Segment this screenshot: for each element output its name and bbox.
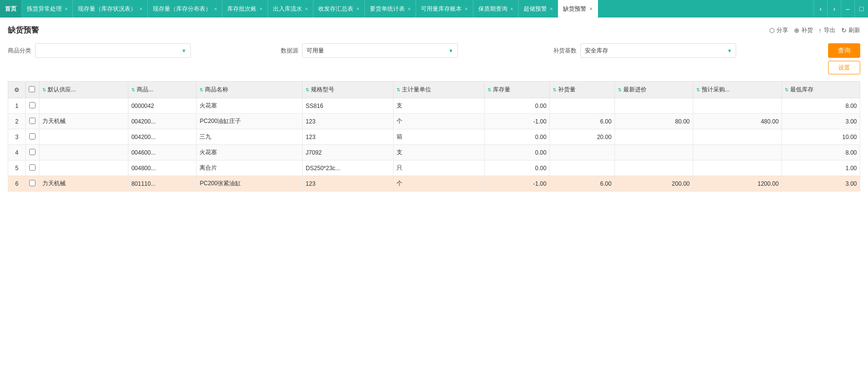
tab-available[interactable]: 可用量库存账本 × xyxy=(416,0,473,18)
tab-shortage-close[interactable]: × xyxy=(589,6,592,12)
export-label: 导出 xyxy=(824,26,835,35)
row-checkbox[interactable] xyxy=(29,180,36,186)
row-checkbox-cell xyxy=(26,145,39,160)
row-est-purchase xyxy=(693,160,782,176)
refresh-button[interactable]: ↻ 刷新 xyxy=(841,26,860,35)
row-number: 5 xyxy=(8,160,26,176)
sort-min-icon[interactable]: ⇅ xyxy=(785,88,789,92)
col-spec: ⇅ 规格型号 xyxy=(303,82,394,98)
share-button[interactable]: ⬡ 分享 xyxy=(769,26,788,35)
row-latest-price: 80.00 xyxy=(615,114,693,129)
row-latest-price xyxy=(615,145,693,160)
tab-stock1-close[interactable]: × xyxy=(139,6,142,12)
tab-shortage[interactable]: 缺货预警 × xyxy=(558,0,597,18)
row-checkbox[interactable] xyxy=(29,102,36,108)
tab-overstock-close[interactable]: × xyxy=(550,6,553,12)
sort-supplier-icon[interactable]: ⇅ xyxy=(42,88,46,92)
row-supplier xyxy=(39,145,128,160)
row-number: 2 xyxy=(8,114,26,129)
tab-next-button[interactable]: › xyxy=(827,0,841,18)
row-min-stock: 3.00 xyxy=(782,114,860,129)
tab-available-close[interactable]: × xyxy=(465,6,468,12)
tab-pick-close[interactable]: × xyxy=(65,6,68,12)
row-product-name: 三九 xyxy=(197,129,303,145)
replenish-button[interactable]: ⊕ 补货 xyxy=(794,26,813,35)
row-replenish-qty: 6.00 xyxy=(550,114,615,129)
category-select[interactable]: ▼ xyxy=(35,43,191,58)
page-title: 缺货预警 xyxy=(8,25,39,35)
tab-stock2-close[interactable]: × xyxy=(214,6,217,12)
tab-summary[interactable]: 收发存汇总表 × xyxy=(313,0,364,18)
table-row: 2 力天机械 004200... PC200油缸庄子 123 个 -1.00 6… xyxy=(8,114,860,129)
col-min-stock: ⇅ 最低库存 xyxy=(782,82,860,98)
refresh-icon: ↻ xyxy=(841,27,847,34)
row-checkbox[interactable] xyxy=(29,118,36,124)
row-stock-qty: -1.00 xyxy=(485,176,550,192)
tab-maximize-button[interactable]: □ xyxy=(854,0,868,18)
tab-summary-close[interactable]: × xyxy=(356,6,359,12)
row-product-code: 004200... xyxy=(128,114,197,129)
tab-prev-button[interactable]: ‹ xyxy=(814,0,827,18)
tab-home-label: 首页 xyxy=(5,5,17,13)
sort-name-icon[interactable]: ⇅ xyxy=(199,88,203,92)
tab-order-label: 要货单统计表 xyxy=(370,5,405,13)
row-product-code: 801110... xyxy=(128,176,197,192)
sort-price-icon[interactable]: ⇅ xyxy=(618,88,622,92)
tab-expiry-close[interactable]: × xyxy=(510,6,513,12)
col-supplier-label: 默认供应... xyxy=(48,86,76,94)
col-checkbox-header xyxy=(26,82,39,98)
row-checkbox[interactable] xyxy=(29,149,36,155)
export-button[interactable]: ↑ 导出 xyxy=(819,26,836,35)
tab-order[interactable]: 要货单统计表 × xyxy=(365,0,416,18)
sort-spec-icon[interactable]: ⇅ xyxy=(306,88,309,92)
sort-replenish-icon[interactable]: ⇅ xyxy=(553,88,557,92)
row-spec: J7092 xyxy=(303,145,394,160)
query-button[interactable]: 查询 xyxy=(828,43,860,58)
row-checkbox[interactable] xyxy=(29,133,36,140)
row-checkbox[interactable] xyxy=(29,164,36,171)
sort-unit-icon[interactable]: ⇅ xyxy=(397,88,400,92)
row-replenish-qty: 20.00 xyxy=(550,129,615,145)
tab-expiry[interactable]: 保质期查询 × xyxy=(473,0,519,18)
export-icon: ↑ xyxy=(819,27,822,34)
sort-est-icon[interactable]: ⇅ xyxy=(696,88,700,92)
tab-flow[interactable]: 出入库流水 × xyxy=(268,0,313,18)
row-spec: 123 xyxy=(303,129,394,145)
col-price-label: 最新进价 xyxy=(623,86,647,94)
row-spec: DS250*23c... xyxy=(303,160,394,176)
settings-button[interactable]: 设置 xyxy=(828,61,860,74)
tab-order-close[interactable]: × xyxy=(408,6,411,12)
row-latest-price xyxy=(615,160,693,176)
gear-icon[interactable]: ⚙ xyxy=(14,87,19,93)
replenish-base-select[interactable]: 安全库存 ▼ xyxy=(580,43,736,58)
tab-batch[interactable]: 库存批次账 × xyxy=(222,0,268,18)
row-min-stock: 1.00 xyxy=(782,160,860,176)
row-est-purchase xyxy=(693,129,782,145)
tab-batch-close[interactable]: × xyxy=(259,6,262,12)
share-label: 分享 xyxy=(777,26,788,35)
col-gear: ⚙ xyxy=(8,82,26,98)
tab-overstock[interactable]: 超储预警 × xyxy=(519,0,558,18)
tab-stock2[interactable]: 现存量（库存分布表） × xyxy=(148,0,222,18)
tab-flow-close[interactable]: × xyxy=(305,6,308,12)
sort-code-icon[interactable]: ⇅ xyxy=(131,88,135,92)
row-number: 3 xyxy=(8,129,26,145)
col-est-purchase: ⇅ 预计采购... xyxy=(693,82,782,98)
row-spec: 123 xyxy=(303,176,394,192)
row-number: 1 xyxy=(8,98,26,114)
sort-stock-icon[interactable]: ⇅ xyxy=(488,88,491,92)
tab-expiry-label: 保质期查询 xyxy=(478,5,507,13)
tab-stock1[interactable]: 现存量（库存状况表） × xyxy=(73,0,147,18)
tab-pick[interactable]: 拣货异常处理 × xyxy=(22,0,73,18)
datasource-select[interactable]: 可用量 ▼ xyxy=(302,43,458,58)
tab-minimize-button[interactable]: – xyxy=(841,0,854,18)
row-unit: 箱 xyxy=(394,129,485,145)
select-all-checkbox[interactable] xyxy=(29,86,35,92)
page-header: 缺货预警 ⬡ 分享 ⊕ 补货 ↑ 导出 ↻ 刷新 xyxy=(8,25,860,35)
category-label: 商品分类 xyxy=(8,47,31,55)
row-unit: 个 xyxy=(394,176,485,192)
tab-home[interactable]: 首页 xyxy=(0,0,22,18)
replenish-base-label: 补货基数 xyxy=(553,47,577,55)
table-row: 5 004800... 离合片 DS250*23c... 只 0.00 1.00 xyxy=(8,160,860,176)
row-product-code: 004200... xyxy=(128,129,197,145)
